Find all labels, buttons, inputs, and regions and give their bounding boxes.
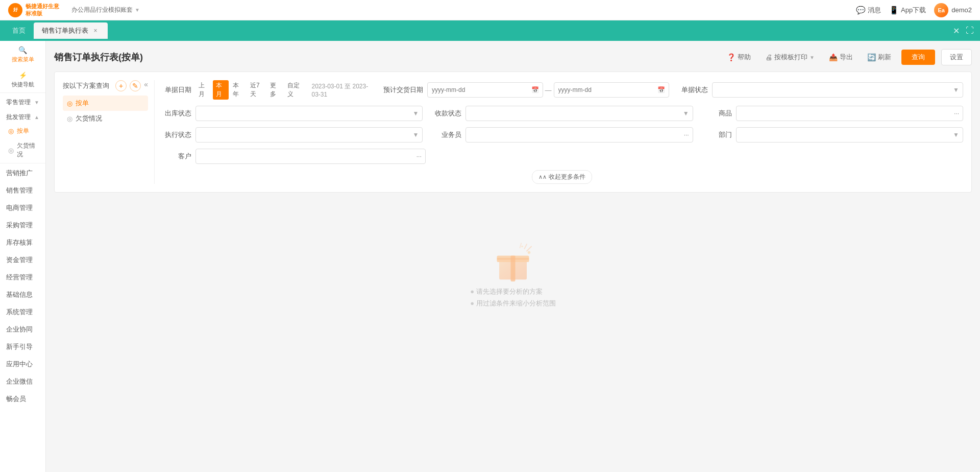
execution-status-select-wrap: ▼ (195, 127, 423, 143)
breadcrumb-arrow-icon[interactable]: ▼ (135, 7, 140, 13)
filter-salesperson-field: 业务员 ··· (431, 127, 693, 143)
tab-close-icon[interactable]: × (91, 27, 100, 35)
collapse-scheme-button[interactable]: « (144, 80, 148, 91)
delivery-status-select[interactable] (195, 106, 423, 121)
date-range-expected: 📅 — 📅 (427, 82, 669, 98)
settings-button[interactable]: 设置 (941, 49, 972, 65)
logo-area: 好 畅捷通好生意 标准版 (8, 3, 59, 17)
refresh-icon: 🔄 (867, 53, 876, 61)
filter-nav-order[interactable]: ◎ 按单 (63, 96, 148, 111)
filter-right: 单据日期 上月 本月 本年 近7天 更多 自定义 2023-03-01 至 20… (161, 80, 963, 184)
sidebar: 🔍 搜索菜单 ⚡ 快捷导航 零售管理 ▼ 批发管理 ▲ ◎ 按单 ◎ 欠货情况 … (0, 41, 46, 472)
date-tab-this-year[interactable]: 本年 (230, 80, 246, 100)
date-tab-last-month[interactable]: 上月 (195, 80, 212, 100)
search-button[interactable]: 查询 (901, 50, 935, 65)
top-header: 好 畅捷通好生意 标准版 办公用品行业模拟账套 ▼ 💬 消息 📱 App下载 E… (0, 0, 980, 20)
sidebar-item-new-user[interactable]: 新手引导 (0, 338, 45, 356)
date-tab-custom[interactable]: 自定义 (284, 80, 306, 100)
execution-status-select[interactable] (195, 127, 423, 143)
sidebar-item-wholesale[interactable]: 批发管理 ▲ (0, 109, 45, 124)
sidebar-item-enterprise-collab[interactable]: 企业协同 (0, 321, 45, 338)
payment-status-label: 收款状态 (431, 109, 461, 118)
tab-home[interactable]: 首页 (4, 22, 34, 39)
date-range-text: 2023-03-01 至 2023-03-31 (311, 82, 375, 98)
date-from-input[interactable] (427, 82, 543, 98)
sidebar-item-retail[interactable]: 零售管理 ▼ (0, 94, 45, 109)
svg-line-5 (525, 244, 527, 249)
sidebar-item-app-center[interactable]: 应用中心 (0, 356, 45, 373)
empty-text-list: 请先选择要分析的方案 用过滤条件来缩小分析范围 (470, 286, 555, 310)
salesperson-input-wrap: ··· (465, 127, 693, 143)
window-expand-button[interactable]: ⛶ (964, 24, 976, 37)
department-select[interactable] (736, 127, 963, 143)
main-layout: 🔍 搜索菜单 ⚡ 快捷导航 零售管理 ▼ 批发管理 ▲ ◎ 按单 ◎ 欠货情况 … (0, 41, 980, 472)
execution-status-label: 执行状态 (161, 130, 191, 139)
sidebar-item-system[interactable]: 系统管理 (0, 303, 45, 321)
collapse-up-icon: ∧∧ (538, 174, 547, 180)
status-label: 单据状态 (677, 85, 708, 95)
date-label: 单据日期 (161, 85, 191, 95)
help-button[interactable]: ❓ 帮助 (723, 51, 755, 64)
date-tab-this-month[interactable]: 本月 (213, 80, 229, 100)
sidebar-item-marketing[interactable]: 营销推广 (0, 164, 45, 182)
sidebar-item-wechat[interactable]: 企业微信 (0, 373, 45, 390)
sidebar-item-purchase[interactable]: 采购管理 (0, 217, 45, 234)
sidebar-item-inventory[interactable]: 库存核算 (0, 234, 45, 251)
print-icon: 🖨 (765, 53, 772, 61)
filter-row-2: 出库状态 ▼ 收款状态 (161, 106, 963, 121)
page-title: 销售订单执行表(按单) (54, 51, 143, 63)
tab-bar: 首页 销售订单执行表 × ✕ ⛶ (0, 20, 980, 41)
user-profile-button[interactable]: Ea demo2 (934, 3, 972, 17)
filter-panel: 按以下方案查询 + ✎ « ◎ 按单 ◎ 欠货情况 (54, 72, 972, 193)
add-scheme-button[interactable]: + (115, 80, 127, 91)
payment-status-select[interactable] (465, 106, 693, 121)
help-icon: ❓ (727, 53, 736, 61)
customer-input-wrap: ··· (195, 149, 426, 164)
filter-left: 按以下方案查询 + ✎ « ◎ 按单 ◎ 欠货情况 (63, 80, 155, 184)
sidebar-item-operations[interactable]: 经营管理 (0, 269, 45, 286)
template-print-button[interactable]: 🖨 按模板打印 ▼ (761, 51, 819, 64)
filter-left-actions: + ✎ « (115, 80, 148, 91)
filter-customer-field: 客户 ··· (161, 149, 426, 164)
sidebar-item-finance[interactable]: 资金管理 (0, 251, 45, 269)
export-button[interactable]: 📤 导出 (825, 51, 857, 64)
filter-nav-backorder[interactable]: ◎ 欠货情况 (63, 111, 148, 126)
sidebar-item-ecommerce[interactable]: 电商管理 (0, 199, 45, 217)
sidebar-item-quick-nav[interactable]: ⚡ 快捷导航 (0, 68, 45, 91)
sidebar-sub-item-order[interactable]: ◎ 按单 (0, 124, 45, 138)
date-tab-more[interactable]: 更多 (267, 80, 283, 100)
filter-execution-status-field: 执行状态 ▼ (161, 127, 423, 143)
app-download-icon: 📱 (889, 6, 899, 15)
filter-status-field: 单据状态 ▼ (677, 82, 963, 98)
empty-tip-2: 用过滤条件来缩小分析范围 (470, 297, 555, 309)
goods-input[interactable] (736, 106, 963, 121)
svg-line-4 (527, 247, 531, 251)
filter-date-field: 单据日期 上月 本月 本年 近7天 更多 自定义 2023-03-01 至 20… (161, 80, 375, 100)
refresh-button[interactable]: 🔄 刷新 (863, 51, 895, 64)
sidebar-item-sales[interactable]: 销售管理 (0, 182, 45, 199)
sidebar-item-member[interactable]: 畅会员 (0, 390, 45, 408)
empty-state: 请先选择要分析的方案 用过滤条件来缩小分析范围 (54, 199, 972, 350)
window-close-button[interactable]: ✕ (951, 24, 962, 38)
sidebar-item-basic-info[interactable]: 基础信息 (0, 286, 45, 303)
filter-nav-backorder-icon: ◎ (67, 115, 72, 123)
date-to-wrap: 📅 (554, 82, 670, 98)
empty-tip-1: 请先选择要分析的方案 (470, 286, 555, 297)
date-tab-7days[interactable]: 近7天 (247, 80, 266, 100)
date-from-wrap: 📅 (427, 82, 543, 98)
edit-scheme-button[interactable]: ✎ (130, 80, 141, 91)
date-to-input[interactable] (554, 82, 670, 98)
status-select[interactable] (712, 82, 963, 98)
svg-line-6 (520, 243, 522, 248)
sidebar-sub-item-backorder[interactable]: ◎ 欠货情况 (0, 138, 45, 162)
message-button[interactable]: 💬 消息 (856, 6, 881, 15)
customer-input[interactable] (195, 149, 426, 164)
tab-sales-execution[interactable]: 销售订单执行表 × (34, 22, 108, 39)
sidebar-item-search-menu[interactable]: 🔍 搜索菜单 (0, 41, 45, 68)
breadcrumb[interactable]: 办公用品行业模拟账套 ▼ (71, 6, 140, 14)
svg-rect-3 (497, 258, 529, 260)
app-download-button[interactable]: 📱 App下载 (889, 6, 926, 15)
order-icon: ◎ (8, 127, 14, 135)
salesperson-input[interactable] (465, 127, 693, 143)
collapse-button[interactable]: ∧∧ 收起更多条件 (532, 170, 592, 184)
